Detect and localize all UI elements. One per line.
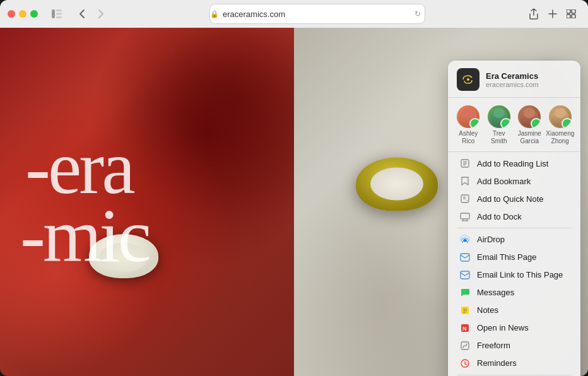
svg-rect-21	[461, 254, 469, 261]
menu-label-add-dock: Add to Dock	[477, 212, 522, 221]
contact-xiaomeng[interactable]: XiaomengZhong	[546, 105, 574, 145]
site-icon	[457, 68, 479, 91]
menu-divider-1	[457, 228, 572, 228]
sidebar-toggle-button[interactable]	[48, 5, 66, 23]
avatar-jasmine	[518, 105, 541, 128]
bookmark-icon	[459, 175, 471, 187]
site-info: Era Ceramics eraceramics.com	[486, 71, 539, 88]
back-button[interactable]	[73, 5, 91, 23]
svg-rect-5	[567, 15, 570, 18]
svg-rect-6	[572, 9, 575, 13]
url-text: eraceramics.com	[223, 9, 285, 19]
menu-item-news[interactable]: N Open in News	[450, 319, 578, 337]
messages-icon	[459, 287, 471, 298]
svg-point-8	[467, 78, 469, 81]
menu-list: Add to Reading List Add Bookmark Add to …	[448, 155, 580, 376]
browser-window: 🔒 eraceramics.com ↻	[0, 0, 588, 376]
avatar-ashley	[457, 105, 479, 128]
share-button[interactable]	[525, 5, 543, 23]
menu-label-notes: Notes	[477, 305, 498, 315]
page-content: -era -mic Era Ceramics eraceramics.com	[0, 28, 588, 376]
menu-label-bookmark: Add Bookmark	[477, 177, 531, 186]
avatar-xiaomeng	[549, 105, 572, 128]
close-button[interactable]	[8, 10, 15, 18]
menu-item-email-page[interactable]: Email This Page	[450, 249, 578, 266]
maximize-button[interactable]	[30, 10, 38, 18]
forward-button[interactable]	[92, 5, 110, 23]
address-bar-container: 🔒 eraceramics.com ↻	[115, 4, 520, 23]
svg-line-32	[465, 363, 467, 365]
menu-label-news: Open in News	[477, 323, 529, 332]
site-name: Era Ceramics	[486, 71, 539, 81]
svg-rect-7	[572, 15, 575, 18]
menu-label-email-page: Email This Page	[477, 252, 536, 262]
reminders-icon	[459, 358, 471, 369]
menu-label-reminders: Reminders	[477, 358, 517, 368]
contact-trev[interactable]: TrevSmith	[485, 105, 513, 145]
menu-label-reading-list: Add to Reading List	[477, 159, 548, 168]
popup-header: Era Ceramics eraceramics.com	[448, 68, 580, 98]
lock-icon: 🔒	[210, 10, 219, 18]
menu-label-airdrop: AirDrop	[477, 235, 505, 244]
contact-ashley[interactable]: AshleyRico	[454, 105, 482, 145]
quick-note-icon	[459, 193, 471, 204]
reading-list-icon	[459, 158, 471, 169]
news-icon: N	[459, 322, 471, 334]
freeform-icon	[459, 340, 471, 351]
svg-rect-22	[461, 271, 469, 279]
email-link-icon	[459, 269, 471, 281]
svg-rect-2	[56, 13, 62, 15]
site-url: eraceramics.com	[486, 81, 539, 88]
traffic-lights	[8, 10, 38, 18]
menu-item-airdrop[interactable]: AirDrop	[450, 231, 578, 249]
contact-jasmine[interactable]: JasmineGarcia	[515, 105, 543, 145]
contact-name-xiaomeng: XiaomengZhong	[546, 130, 574, 145]
svg-rect-16	[461, 213, 469, 219]
menu-label-freeform: Freeform	[477, 341, 510, 350]
email-this-page-icon	[459, 252, 471, 263]
menu-item-freeform[interactable]: Freeform	[450, 337, 578, 355]
menu-divider-2	[457, 375, 572, 375]
title-bar: 🔒 eraceramics.com ↻	[0, 0, 588, 28]
svg-rect-3	[56, 16, 62, 18]
nav-buttons	[73, 5, 110, 23]
menu-label-email-link: Email Link to This Page	[477, 270, 563, 279]
svg-rect-4	[567, 9, 570, 13]
menu-item-email-link[interactable]: Email Link to This Page	[450, 266, 578, 284]
airdrop-icon	[459, 234, 471, 245]
powder-texture	[0, 28, 294, 376]
hero-left-panel	[0, 28, 294, 376]
menu-item-add-dock[interactable]: Add to Dock	[450, 208, 578, 225]
contact-name-trev: TrevSmith	[491, 130, 507, 145]
new-tab-button[interactable]	[544, 5, 562, 23]
add-to-dock-icon	[459, 211, 471, 222]
svg-text:N: N	[462, 326, 467, 332]
share-popup: Era Ceramics eraceramics.com AshleyRico	[448, 61, 580, 376]
svg-rect-0	[52, 9, 55, 18]
menu-label-quick-note: Add to Quick Note	[477, 194, 544, 204]
notes-icon	[459, 305, 471, 316]
menu-item-quick-note[interactable]: Add to Quick Note	[450, 190, 578, 208]
svg-rect-1	[56, 9, 62, 11]
tab-overview-button[interactable]	[563, 5, 580, 23]
menu-item-reading-list[interactable]: Add to Reading List	[450, 155, 578, 172]
contact-name-jasmine: JasmineGarcia	[518, 130, 541, 145]
menu-item-notes[interactable]: Notes	[450, 302, 578, 319]
toolbar-right	[525, 5, 580, 23]
menu-label-messages: Messages	[477, 288, 514, 297]
contacts-row: AshleyRico TrevSmith JasmineGarcia	[448, 103, 580, 152]
address-bar[interactable]: 🔒 eraceramics.com ↻	[210, 4, 425, 23]
contact-name-ashley: AshleyRico	[459, 130, 478, 145]
reload-icon[interactable]: ↻	[415, 9, 421, 18]
menu-item-reminders[interactable]: Reminders	[450, 355, 578, 372]
minimize-button[interactable]	[19, 10, 26, 18]
menu-item-messages[interactable]: Messages	[450, 284, 578, 302]
menu-item-bookmark[interactable]: Add Bookmark	[450, 172, 578, 190]
avatar-trev	[488, 105, 510, 128]
